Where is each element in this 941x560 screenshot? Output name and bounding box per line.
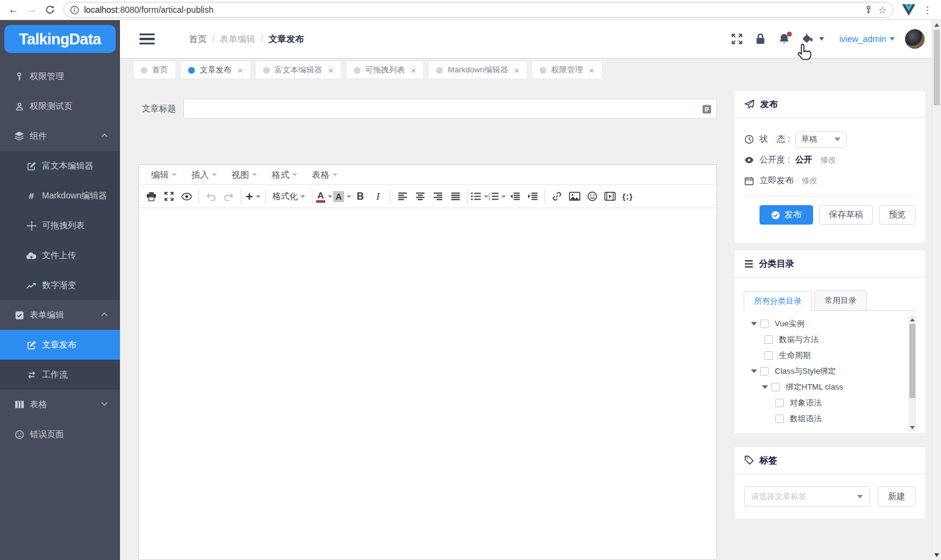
editor-menu-view[interactable]: 视图 xyxy=(224,169,264,181)
tree-node[interactable]: 数据与方法 xyxy=(744,332,916,348)
sidebar-item-article-publish[interactable]: 文章发布 xyxy=(0,330,120,360)
browser-forward-icon[interactable]: → xyxy=(24,2,39,17)
link-icon[interactable] xyxy=(548,187,566,205)
article-title-input[interactable] xyxy=(183,99,717,119)
tree-expand-icon[interactable] xyxy=(751,369,757,373)
image-icon[interactable] xyxy=(566,187,583,205)
checkbox[interactable] xyxy=(775,399,784,407)
outdent-icon[interactable] xyxy=(506,187,524,205)
tab-all-categories[interactable]: 所有分类目录 xyxy=(744,291,812,311)
tab-draggable-list[interactable]: 可拖拽列表 × xyxy=(346,61,425,79)
checkbox[interactable] xyxy=(764,335,773,344)
editor-menu-edit[interactable]: 编辑 xyxy=(144,169,184,181)
checkbox[interactable] xyxy=(775,415,784,423)
insert-plus-icon[interactable]: + xyxy=(244,187,262,205)
sidebar-item-markdown[interactable]: # Markdown编辑器 xyxy=(0,181,120,211)
url-text[interactable]: localhost:8080/form/artical-publish xyxy=(84,5,859,15)
logo[interactable]: TalkingData xyxy=(4,25,116,53)
breadcrumb-section[interactable]: 表单编辑 xyxy=(220,33,255,45)
tree-node[interactable]: 绑定HTML class xyxy=(744,379,916,395)
close-icon[interactable]: × xyxy=(589,66,594,75)
sidebar-group-components[interactable]: 组件 xyxy=(0,121,120,151)
indent-icon[interactable] xyxy=(524,187,541,205)
close-icon[interactable]: × xyxy=(411,66,417,75)
preview-button[interactable]: 预览 xyxy=(879,205,915,225)
editor-content-area[interactable] xyxy=(139,208,716,559)
scroll-down-icon[interactable] xyxy=(910,426,915,429)
password-key-icon[interactable] xyxy=(864,5,873,15)
page-info-icon[interactable] xyxy=(70,5,79,15)
fullscreen-icon[interactable] xyxy=(730,32,744,46)
close-icon[interactable]: × xyxy=(514,66,520,75)
sidebar-item-number[interactable]: 数字渐变 xyxy=(0,270,120,300)
close-icon[interactable]: × xyxy=(328,66,334,75)
numbered-list-icon[interactable]: 123 xyxy=(488,187,506,205)
redo-icon[interactable] xyxy=(220,187,238,205)
tab-home[interactable]: 首页 xyxy=(133,61,176,79)
align-left-icon[interactable] xyxy=(393,187,411,205)
list-box-icon[interactable] xyxy=(702,105,711,114)
format-select[interactable]: 格式化 xyxy=(269,187,309,205)
preview-eye-icon[interactable] xyxy=(178,187,196,205)
vue-devtools-icon[interactable] xyxy=(902,4,915,16)
print-icon[interactable] xyxy=(143,187,160,205)
background-color-icon[interactable]: A xyxy=(333,187,351,205)
schedule-modify-link[interactable]: 修改 xyxy=(802,175,817,186)
media-icon[interactable] xyxy=(601,187,619,205)
tab-common-categories[interactable]: 常用目录 xyxy=(814,290,867,310)
tab-article-publish[interactable]: 文章发布 × xyxy=(180,61,251,79)
tree-expand-icon[interactable] xyxy=(751,322,757,326)
checkbox[interactable] xyxy=(764,351,773,360)
sidebar-item-permission-test[interactable]: 权限测试页 xyxy=(0,91,120,121)
page-scrollbar[interactable] xyxy=(932,20,941,560)
scroll-up-icon[interactable] xyxy=(910,318,915,321)
checkbox[interactable] xyxy=(771,383,780,391)
editor-menu-insert[interactable]: 插入 xyxy=(184,169,224,181)
user-menu[interactable]: iview_admin xyxy=(839,34,895,44)
tab-permission[interactable]: 权限管理 × xyxy=(532,61,602,79)
align-justify-icon[interactable] xyxy=(446,187,464,205)
bookmark-star-icon[interactable]: ☆ xyxy=(878,4,887,16)
sidebar-item-rich-editor[interactable]: 富文本编辑器 xyxy=(0,151,120,181)
tab-rich-editor[interactable]: 富文本编辑器 × xyxy=(255,61,342,79)
scrollbar-thumb[interactable] xyxy=(934,30,940,105)
status-select[interactable]: 草稿 xyxy=(795,131,847,148)
browser-reload-icon[interactable] xyxy=(43,2,57,17)
lock-icon[interactable] xyxy=(754,32,767,46)
checkbox[interactable] xyxy=(760,367,769,376)
editor-menu-format[interactable]: 格式 xyxy=(264,169,305,181)
scroll-down-icon[interactable] xyxy=(934,553,939,557)
browser-menu-icon[interactable]: ⋮ xyxy=(923,4,932,16)
tree-node[interactable]: Class与Style绑定 xyxy=(744,363,916,379)
code-icon[interactable]: {;} xyxy=(619,187,636,205)
editor-menu-table[interactable]: 表格 xyxy=(305,169,345,181)
avatar[interactable] xyxy=(905,29,925,49)
browser-back-icon[interactable]: ← xyxy=(6,2,21,17)
tree-node[interactable]: 生命周期 xyxy=(744,348,916,363)
publish-button[interactable]: 发布 xyxy=(759,205,813,225)
tags-select[interactable]: 请选择文章标签 xyxy=(744,486,870,507)
new-tag-button[interactable]: 新建 xyxy=(878,486,915,507)
tree-node[interactable]: 数组语法 xyxy=(744,411,916,427)
scrollbar-thumb[interactable] xyxy=(909,324,915,398)
tree-scrollbar[interactable] xyxy=(909,316,916,432)
bold-icon[interactable]: B xyxy=(351,187,369,205)
bullet-list-icon[interactable] xyxy=(471,187,488,205)
tree-expand-icon[interactable] xyxy=(762,385,768,389)
visibility-modify-link[interactable]: 修改 xyxy=(820,155,836,166)
tree-node[interactable]: Vue实例 xyxy=(744,316,916,332)
undo-icon[interactable] xyxy=(202,187,220,205)
theme-bucket-icon[interactable] xyxy=(802,32,815,46)
editor-fullscreen-icon[interactable] xyxy=(160,187,178,205)
sidebar-item-error-page[interactable]: 错误页面 xyxy=(0,419,120,449)
sidebar-item-workflow[interactable]: 工作流 xyxy=(0,360,120,390)
sidebar-group-table[interactable]: 表格 xyxy=(0,390,120,419)
breadcrumb-home[interactable]: 首页 xyxy=(189,33,206,45)
collapse-menu-icon[interactable] xyxy=(139,33,155,45)
sidebar-group-form-edit[interactable]: 表单编辑 xyxy=(0,300,120,330)
sidebar-item-upload[interactable]: 文件上传 xyxy=(0,240,120,270)
save-draft-button[interactable]: 保存草稿 xyxy=(819,205,873,225)
tab-markdown[interactable]: Markdown编辑器 × xyxy=(428,61,527,79)
tree-node[interactable]: 对象语法 xyxy=(744,395,916,411)
emoticon-icon[interactable] xyxy=(583,187,601,205)
